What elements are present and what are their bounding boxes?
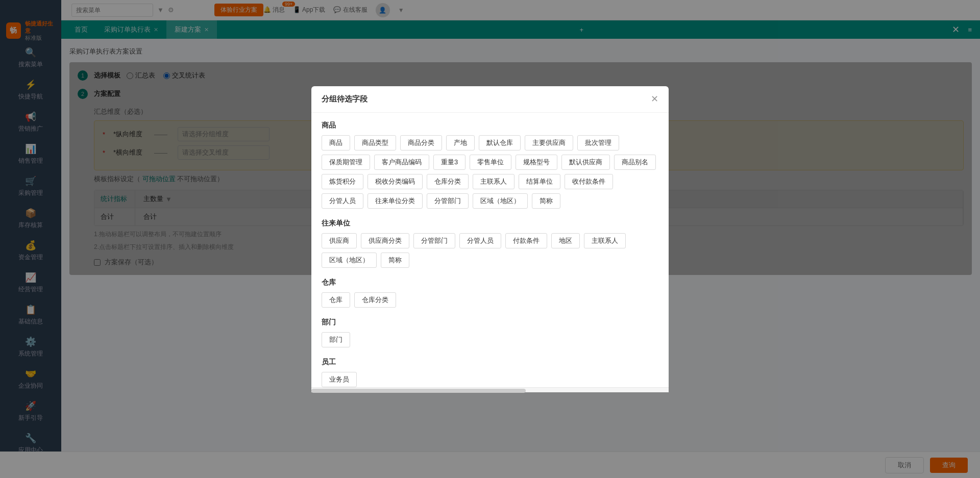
field-tag-staff-0[interactable]: 业务员 [322, 372, 357, 387]
field-group-partners: 往来单位 供应商 供应商分类 分管部门 分管人员 付款条件 地区 主联系人 区域… [322, 219, 658, 268]
field-tags-goods: 商品 商品类型 商品分类 产地 默认仓库 主要供应商 批次管理 保质期管理 客户… [322, 135, 658, 209]
field-group-warehouse-title: 仓库 [322, 278, 658, 287]
field-group-staff: 员工 业务员 [322, 358, 658, 387]
modal-header: 分组待选字段 ✕ [311, 86, 669, 113]
field-group-dept: 部门 部门 [322, 318, 658, 347]
field-tag-goods-22[interactable]: 分管部门 [427, 193, 469, 209]
field-tag-goods-3[interactable]: 产地 [446, 135, 475, 150]
field-tag-goods-7[interactable]: 保质期管理 [322, 155, 370, 170]
field-tag-goods-21[interactable]: 往来单位分类 [368, 193, 423, 209]
field-tag-goods-8[interactable]: 客户商品编码 [374, 155, 429, 170]
field-tags-warehouse: 仓库 仓库分类 [322, 292, 658, 308]
field-tag-goods-2[interactable]: 商品分类 [400, 135, 442, 150]
field-group-goods-title: 商品 [322, 121, 658, 130]
modal-title: 分组待选字段 [322, 94, 368, 104]
modal-overlay: 分组待选字段 ✕ 商品 商品 商品类型 商品分类 产地 默认仓库 主要供应商 批… [0, 0, 980, 478]
field-tag-partner-2[interactable]: 分管部门 [413, 233, 455, 248]
field-tag-warehouse-1[interactable]: 仓库分类 [354, 292, 396, 308]
field-tag-partner-4[interactable]: 付款条件 [505, 233, 547, 248]
field-tag-partner-7[interactable]: 区域（地区） [322, 253, 377, 268]
modal: 分组待选字段 ✕ 商品 商品 商品类型 商品分类 产地 默认仓库 主要供应商 批… [311, 86, 669, 392]
field-tag-goods-20[interactable]: 分管人员 [322, 193, 363, 209]
field-tag-partner-3[interactable]: 分管人员 [459, 233, 501, 248]
field-tags-partners: 供应商 供应商分类 分管部门 分管人员 付款条件 地区 主联系人 区域（地区） … [322, 233, 658, 268]
field-tag-goods-19[interactable]: 收付款条件 [565, 174, 613, 189]
field-tag-goods-6[interactable]: 批次管理 [577, 135, 619, 150]
field-tag-goods-10[interactable]: 零售单位 [470, 155, 511, 170]
field-tag-goods-5[interactable]: 主要供应商 [525, 135, 573, 150]
field-tag-goods-0[interactable]: 商品 [322, 135, 350, 150]
field-tag-goods-13[interactable]: 商品别名 [614, 155, 656, 170]
field-tags-dept: 部门 [322, 332, 658, 347]
field-group-warehouse: 仓库 仓库 仓库分类 [322, 278, 658, 308]
field-tag-dept-0[interactable]: 部门 [322, 332, 350, 347]
field-tag-goods-11[interactable]: 规格型号 [516, 155, 557, 170]
field-tag-goods-1[interactable]: 商品类型 [354, 135, 396, 150]
field-tag-partner-6[interactable]: 主联系人 [584, 233, 626, 248]
field-tag-partner-8[interactable]: 简称 [381, 253, 409, 268]
field-tag-goods-16[interactable]: 仓库分类 [427, 174, 469, 189]
field-group-goods: 商品 商品 商品类型 商品分类 产地 默认仓库 主要供应商 批次管理 保质期管理… [322, 121, 658, 209]
scrollbar-thumb [311, 389, 526, 393]
field-tag-goods-9[interactable]: 重量3 [433, 155, 465, 170]
field-tag-goods-4[interactable]: 默认仓库 [479, 135, 521, 150]
field-tag-goods-17[interactable]: 主联系人 [473, 174, 514, 189]
field-group-partners-title: 往来单位 [322, 219, 658, 228]
field-tag-goods-14[interactable]: 炼货积分 [322, 174, 363, 189]
horizontal-scrollbar[interactable] [311, 387, 669, 392]
modal-close-button[interactable]: ✕ [651, 94, 658, 104]
field-group-staff-title: 员工 [322, 358, 658, 367]
field-tag-partner-1[interactable]: 供应商分类 [361, 233, 409, 248]
field-tag-partner-5[interactable]: 地区 [551, 233, 580, 248]
field-tag-goods-18[interactable]: 结算单位 [519, 174, 560, 189]
field-tag-goods-23[interactable]: 区域（地区） [473, 193, 528, 209]
field-tag-goods-12[interactable]: 默认供应商 [561, 155, 610, 170]
field-group-dept-title: 部门 [322, 318, 658, 327]
modal-body: 商品 商品 商品类型 商品分类 产地 默认仓库 主要供应商 批次管理 保质期管理… [311, 113, 669, 388]
field-tags-staff: 业务员 [322, 372, 658, 387]
field-tag-partner-0[interactable]: 供应商 [322, 233, 357, 248]
field-tag-goods-24[interactable]: 简称 [532, 193, 560, 209]
field-tag-warehouse-0[interactable]: 仓库 [322, 292, 350, 308]
field-tag-goods-15[interactable]: 税收分类编码 [368, 174, 423, 189]
